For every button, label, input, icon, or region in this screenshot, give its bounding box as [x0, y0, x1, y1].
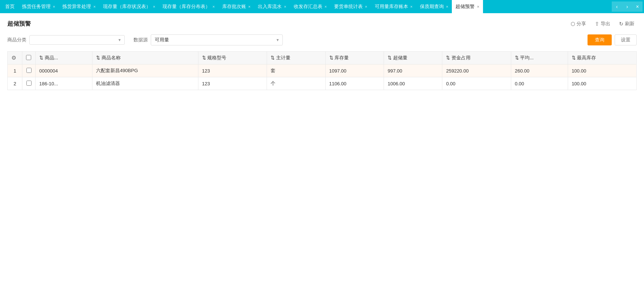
nav-item-batch[interactable]: 库存批次账 ×	[219, 0, 254, 13]
row-checkbox-cell[interactable]	[22, 77, 36, 90]
close-icon[interactable]: ×	[53, 4, 55, 9]
refresh-icon: ↻	[619, 21, 623, 27]
row-checkbox[interactable]	[26, 81, 32, 86]
page-header: 超储预警 ⬡ 分享 ⇧ 导出 ↻ 刷新	[7, 19, 637, 29]
nav-arrow-close-all[interactable]: ×	[632, 1, 643, 12]
th-capital[interactable]: ⇅ 资金占用	[442, 52, 511, 64]
row-checkbox[interactable]	[26, 68, 32, 73]
close-icon[interactable]: ×	[365, 4, 367, 9]
select-all-checkbox[interactable]	[26, 55, 31, 60]
nav-item-available-stock[interactable]: 可用量库存账本 ×	[371, 0, 416, 13]
header-actions: ⬡ 分享 ⇧ 导出 ↻ 刷新	[568, 19, 637, 29]
cell-max-stock: 100.00	[568, 77, 636, 90]
th-stock[interactable]: ⇅ 库存量	[325, 52, 384, 64]
settings-button[interactable]: 设置	[615, 34, 637, 45]
filter-row: 商品分类 ▾ 数据源 可用量 ▾ 查询 设置	[7, 34, 637, 45]
filter-buttons: 查询 设置	[588, 34, 637, 45]
cell-over-stock: 1006.00	[384, 77, 442, 90]
share-icon: ⬡	[571, 21, 575, 27]
nav-item-task-mgmt[interactable]: 拣货任务管理 ×	[18, 0, 59, 13]
data-table: ⚙ ⇅ 商品... ⇅ 商品名称 ⇅ 规格型号 ⇅	[7, 51, 637, 90]
cell-capital: 259220.00	[442, 64, 511, 77]
export-button[interactable]: ⇧ 导出	[593, 19, 612, 29]
page-container: 超储预警 ⬡ 分享 ⇧ 导出 ↻ 刷新 商品分类 ▾ 数据源	[0, 13, 644, 293]
table-row: 2 186-10... 机油滤清器 123 个 1106.00 1006.00 …	[8, 77, 637, 90]
chevron-down-icon: ▾	[277, 37, 279, 42]
th-product-id[interactable]: ⇅ 商品...	[36, 52, 92, 64]
cell-over-stock: 997.00	[384, 64, 442, 77]
nav-arrow-right[interactable]: ›	[622, 1, 632, 12]
th-spec[interactable]: ⇅ 规格型号	[198, 52, 267, 64]
nav-item-exception[interactable]: 拣货异常处理 ×	[59, 0, 99, 13]
th-unit[interactable]: ⇅ 主计量	[267, 52, 325, 64]
share-button[interactable]: ⬡ 分享	[568, 19, 588, 29]
nav-item-stock-dist[interactable]: 现存量（库存分布表） ×	[159, 0, 218, 13]
datasource-label: 数据源	[133, 37, 148, 43]
th-max-stock[interactable]: ⇅ 最高库存	[568, 52, 636, 64]
cell-unit: 个	[267, 77, 325, 90]
th-avg[interactable]: ⇅ 平均...	[511, 52, 568, 64]
export-icon: ⇧	[595, 21, 599, 27]
th-checkbox	[22, 52, 36, 64]
cell-product-id: 186-10...	[36, 77, 92, 90]
datasource-value: 可用量	[155, 37, 169, 43]
close-icon[interactable]: ×	[410, 4, 413, 9]
refresh-button[interactable]: ↻ 刷新	[617, 19, 637, 29]
gear-icon[interactable]: ⚙	[11, 55, 16, 61]
close-icon[interactable]: ×	[284, 4, 286, 9]
table-header-row: ⚙ ⇅ 商品... ⇅ 商品名称 ⇅ 规格型号 ⇅	[8, 52, 637, 64]
nav-item-overstock[interactable]: 超储预警 ×	[452, 0, 483, 13]
cell-avg: 0.00	[511, 77, 568, 90]
category-select[interactable]: ▾	[29, 35, 125, 45]
nav-item-home[interactable]: 首页	[1, 0, 18, 13]
th-over-stock[interactable]: ⇅ 超储量	[384, 52, 442, 64]
close-icon[interactable]: ×	[446, 4, 448, 9]
close-icon[interactable]: ×	[325, 4, 327, 9]
row-num: 2	[8, 77, 22, 90]
filter-group-category: 商品分类 ▾	[7, 35, 125, 45]
cell-capital: 0.00	[442, 77, 511, 90]
row-checkbox-cell[interactable]	[22, 64, 36, 77]
nav-item-expiry[interactable]: 保质期查询 ×	[416, 0, 452, 13]
cell-stock: 1106.00	[325, 77, 384, 90]
cell-avg: 260.00	[511, 64, 568, 77]
cell-stock: 1097.00	[325, 64, 384, 77]
query-button[interactable]: 查询	[588, 34, 612, 45]
cell-spec: 123	[198, 64, 267, 77]
table-row: 1 0000004 六配套新昌490BPG 123 套 1097.00 997.…	[8, 64, 637, 77]
cell-product-name: 六配套新昌490BPG	[92, 64, 198, 77]
cell-product-name: 机油滤清器	[92, 77, 198, 90]
filter-group-datasource: 数据源 可用量 ▾	[133, 34, 283, 45]
nav-arrow-left[interactable]: ‹	[612, 1, 622, 12]
nav-item-stock-status[interactable]: 现存量（库存状况表） ×	[99, 0, 159, 13]
chevron-down-icon: ▾	[118, 37, 121, 42]
cell-max-stock: 100.00	[568, 64, 636, 77]
close-icon[interactable]: ×	[153, 4, 155, 9]
nav-item-summary[interactable]: 收发存汇总表 ×	[290, 0, 330, 13]
cell-product-id: 0000004	[36, 64, 92, 77]
nav-arrows: ‹ › ×	[612, 1, 643, 12]
close-icon[interactable]: ×	[212, 4, 215, 9]
page-title: 超储预警	[7, 20, 31, 28]
close-icon[interactable]: ×	[477, 4, 479, 9]
nav-bar: 首页 拣货任务管理 × 拣货异常处理 × 现存量（库存状况表） × 现存量（库存…	[0, 0, 644, 13]
row-num: 1	[8, 64, 22, 77]
datasource-select[interactable]: 可用量 ▾	[151, 34, 283, 45]
category-label: 商品分类	[7, 37, 26, 43]
nav-item-order-stats[interactable]: 要货单统计表 ×	[330, 0, 371, 13]
th-product-name[interactable]: ⇅ 商品名称	[92, 52, 198, 64]
th-settings: ⚙	[8, 52, 22, 64]
cell-unit: 套	[267, 64, 325, 77]
nav-item-inout-flow[interactable]: 出入库流水 ×	[254, 0, 290, 13]
close-icon[interactable]: ×	[93, 4, 95, 9]
cell-spec: 123	[198, 77, 267, 90]
close-icon[interactable]: ×	[248, 4, 250, 9]
